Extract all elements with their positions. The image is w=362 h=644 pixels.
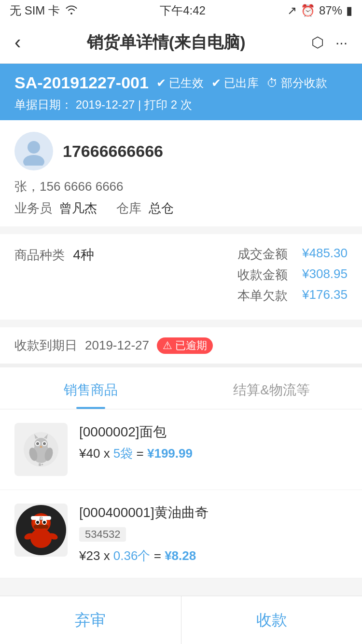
tab-settlement-logistics[interactable]: 结算&物流等: [181, 367, 362, 409]
badge-shipped: ✔ 已出库: [211, 75, 259, 91]
svg-point-23: [30, 529, 52, 548]
more-icon[interactable]: ···: [335, 34, 348, 51]
svg-point-7: [36, 442, 39, 445]
svg-point-21: [43, 521, 46, 524]
sales-person: 业务员 曾凡杰: [14, 200, 97, 217]
list-item: B+ [0000002]面包 ¥40 x 5袋 = ¥199.99: [0, 409, 362, 490]
nav-actions: ⬡ ···: [311, 34, 348, 51]
product-price-2: ¥23 x 0.36个 = ¥8.28: [79, 547, 348, 564]
summary-section: 商品种类 4种 成交金额 ¥485.30 收款金额 ¥308.95 本单欠款 ¥…: [0, 234, 362, 320]
back-button[interactable]: ‹: [14, 31, 21, 53]
warehouse: 仓库 总仓: [116, 200, 174, 217]
product-thumbnail-1: B+: [14, 423, 68, 476]
header-band-top: SA-20191227-001 ✔ 已生效 ✔ 已出库 ⏱ 部分收款: [14, 73, 348, 92]
svg-rect-22: [34, 525, 48, 529]
svg-point-1: [23, 155, 44, 166]
avatar: [14, 132, 53, 170]
wifi-icon: [65, 4, 78, 17]
due-date-value: 2019-12-27: [85, 338, 149, 353]
battery-text: 87%: [319, 4, 342, 17]
status-bar: 无 SIM 卡 下午4:42 ↗ ⏰ 87% ▮: [0, 0, 362, 21]
product-price-1: ¥40 x 5袋 = ¥199.99: [79, 445, 348, 462]
collect-payment-button[interactable]: 收款: [181, 596, 362, 644]
customer-meta: 业务员 曾凡杰 仓库 总仓: [14, 200, 348, 217]
tabs-section: 销售商品 结算&物流等: [0, 367, 362, 409]
product-info-2: [000400001]黄油曲奇 534532 ¥23 x 0.36个 = ¥8.…: [79, 504, 348, 564]
cancel-review-button[interactable]: 弃审: [0, 596, 181, 644]
bottom-bar: 弃审 收款: [0, 596, 362, 644]
received-row: 收款金额 ¥308.95: [237, 266, 348, 283]
products-section: B+ [0000002]面包 ¥40 x 5袋 = ¥199.99: [0, 409, 362, 578]
product-thumbnail-2: 忍: [14, 504, 68, 557]
svg-point-20: [36, 521, 39, 524]
alarm-icon: ⏰: [301, 4, 315, 17]
check-icon-2: ✔: [211, 76, 221, 90]
check-icon-1: ✔: [156, 76, 166, 90]
svg-point-0: [28, 141, 40, 154]
status-left: 无 SIM 卡: [10, 3, 78, 18]
customer-section: 17666666666 张，156 6666 6666 业务员 曾凡杰 仓库 总…: [0, 120, 362, 226]
product-types: 商品种类 4种: [14, 246, 94, 264]
customer-phone: 17666666666: [63, 142, 163, 161]
debt-row: 本单欠款 ¥176.35: [237, 287, 348, 304]
nav-bar: ‹ 销货单详情(来自电脑) ⬡ ···: [0, 21, 362, 64]
badge-partial: ⏱ 部分收款: [266, 75, 327, 91]
page-title: 销货单详情(来自电脑): [87, 31, 246, 54]
customer-name-phone: 张，156 6666 6666: [14, 178, 348, 195]
time-text: 下午4:42: [160, 3, 206, 18]
product-tag-2: 534532: [79, 527, 126, 542]
svg-point-8: [43, 442, 46, 445]
product-name-1: [0000002]面包: [79, 423, 348, 441]
list-item: 忍 [000400001]黄油曲奇 534532 ¥23 x 0.36个 = ¥…: [0, 490, 362, 578]
tab-sales-products[interactable]: 销售商品: [0, 367, 181, 409]
order-id: SA-20191227-001: [14, 73, 149, 92]
svg-text:B+: B+: [39, 462, 43, 467]
clock-icon: ⏱: [266, 76, 278, 90]
header-band: SA-20191227-001 ✔ 已生效 ✔ 已出库 ⏱ 部分收款 单据日期：…: [0, 64, 362, 120]
overdue-badge: ⚠ 已逾期: [157, 337, 213, 354]
carrier-text: 无 SIM 卡: [10, 3, 60, 18]
due-date-section: 收款到期日 2019-12-27 ⚠ 已逾期: [0, 327, 362, 367]
product-name-2: [000400001]黄油曲奇: [79, 504, 348, 522]
customer-top: 17666666666: [14, 132, 348, 170]
status-right: ↗ ⏰ 87% ▮: [287, 4, 352, 17]
overdue-icon: ⚠: [163, 339, 172, 352]
header-band-bottom: 单据日期： 2019-12-27 | 打印 2 次: [14, 97, 348, 112]
location-icon: ↗: [287, 4, 297, 17]
product-info-1: [0000002]面包 ¥40 x 5袋 = ¥199.99: [79, 423, 348, 462]
amount-row: 成交金额 ¥485.30: [237, 246, 348, 263]
due-date-label: 收款到期日: [14, 337, 77, 354]
svg-text:忍: 忍: [39, 517, 43, 521]
summary-amounts: 成交金额 ¥485.30 收款金额 ¥308.95 本单欠款 ¥176.35: [237, 246, 348, 308]
share-icon[interactable]: ⬡: [311, 34, 324, 51]
badge-effective: ✔ 已生效: [156, 75, 204, 91]
battery-icon: ▮: [346, 4, 352, 17]
